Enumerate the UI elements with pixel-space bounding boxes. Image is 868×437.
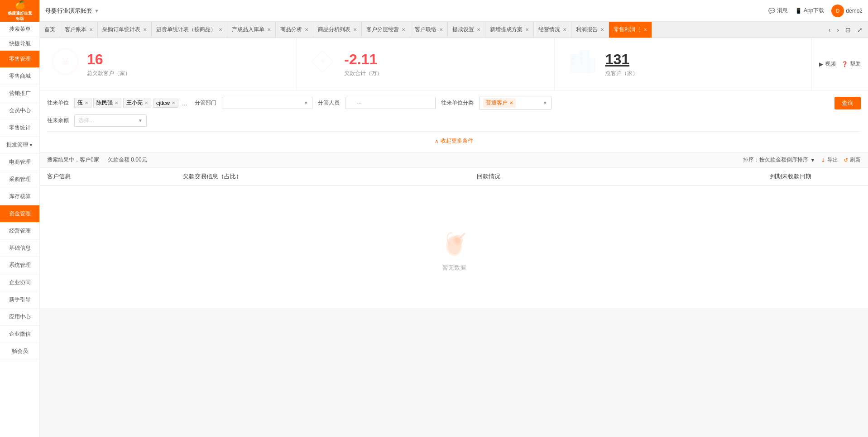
close-icon[interactable]: ✕ [643,27,647,32]
sidebar: 🍊 畅捷通好生意 标版 搜索菜单 快捷导航 零售管理 零售商城 营销推广 会员中… [0,0,40,437]
sidebar-item-basic-info[interactable]: 基础信息 [0,240,39,257]
tab-menu-icon[interactable]: ⊟ [844,25,853,34]
filter-manager-select[interactable]: ··· [345,97,436,109]
stats-help-area: ▶ 视频 ❓ 帮助 [812,38,868,90]
close-icon[interactable]: ✕ [219,27,222,32]
filter-tag-cjttcw[interactable]: cjttcw ✕ [153,99,178,108]
svg-rect-10 [581,62,583,64]
tab-new-commission[interactable]: 新增提成方案 ✕ [485,22,534,38]
sidebar-item-retail-mgmt[interactable]: 零售管理 [0,51,39,68]
svg-text:✦: ✦ [319,57,326,66]
remove-tag-icon[interactable]: ✕ [172,100,175,105]
close-icon[interactable]: ✕ [439,27,443,32]
sidebar-item-finance[interactable]: 资金管理 [0,205,39,223]
filter-tag-chen[interactable]: 陈民强 ✕ [93,98,121,108]
close-icon[interactable]: ✕ [305,27,308,32]
building-icon [566,45,598,83]
sidebar-item-system[interactable]: 系统管理 [0,257,39,274]
remove-class-tag-icon[interactable]: ✕ [509,100,513,105]
more-tags-btn[interactable]: ... [180,99,189,108]
export-icon: ⤓ [821,157,825,163]
sidebar-item-wechat[interactable]: 企业微信 [0,326,39,343]
tab-controls: ‹ › ⊟ ⤢ [823,25,868,34]
sidebar-item-newbie[interactable]: 新手引导 [0,291,39,309]
sidebar-item-search[interactable]: 搜索菜单 [0,22,39,37]
svg-text:¥: ¥ [61,55,69,69]
empty-state: 暂无数据 [40,186,868,308]
user-menu[interactable]: D demo2 [831,5,863,17]
close-icon[interactable]: ✕ [525,27,529,32]
sidebar-item-retail-stats[interactable]: 零售统计 [0,119,39,137]
tab-product-entry[interactable]: 产成品入库单 ✕ [227,22,276,38]
remove-tag-icon[interactable]: ✕ [115,100,118,105]
tab-prev-icon[interactable]: ‹ [827,25,833,34]
col-debt-info: 欠款交易信息（占比） [183,172,477,180]
tenant-name: 母婴行业演示账套 [45,7,92,15]
tab-customer-contact[interactable]: 客户联络 ✕ [410,22,448,38]
remove-tag-icon[interactable]: ✕ [144,100,148,105]
sidebar-item-retail-mall[interactable]: 零售商城 [0,68,39,85]
stat-overdue-customers: ¥ 16 总欠款客户（家） [40,38,297,90]
remove-tag-icon[interactable]: ✕ [85,100,88,105]
tab-product-analysis-list[interactable]: 商品分析列表 ✕ [313,22,362,38]
close-icon[interactable]: ✕ [402,27,405,32]
fullscreen-icon[interactable]: ⤢ [855,25,864,34]
sidebar-item-ecommerce[interactable]: 电商管理 [0,154,39,171]
tab-product-analysis[interactable]: 商品分析 ✕ [276,22,313,38]
sidebar-item-collab[interactable]: 企业协同 [0,274,39,291]
sidebar-item-wholesale[interactable]: 批发管理 ▼ [0,137,39,154]
sidebar-item-app-center[interactable]: 应用中心 [0,309,39,326]
messages-btn[interactable]: 💬 消息 [768,7,788,14]
svg-rect-5 [589,58,595,73]
svg-rect-3 [570,54,579,73]
tab-commission-settings[interactable]: 提成设置 ✕ [448,22,485,38]
filter-tag-wu[interactable]: 伍 ✕ [74,98,91,108]
filter-class-tag[interactable]: 普通客户 ✕ [483,98,516,108]
question-icon: ❓ [841,61,848,67]
yuan-icon: ¥ [51,47,80,81]
sort-select[interactable]: 排序：按欠款金额倒序排序 ▼ [743,156,815,164]
close-icon[interactable]: ✕ [600,27,604,32]
sidebar-item-inventory[interactable]: 库存核算 [0,188,39,205]
message-icon: 💬 [768,8,775,14]
tab-next-icon[interactable]: › [835,25,841,34]
filter-balance-label: 往来余额 [47,117,69,124]
tenant-selector[interactable]: 母婴行业演示账套 ▼ [45,7,99,15]
close-icon[interactable]: ✕ [89,27,93,32]
close-icon[interactable]: ✕ [477,27,480,32]
help-btn[interactable]: ❓ 帮助 [841,60,861,68]
header-right: 💬 消息 📱 App下载 D demo2 [768,5,863,17]
close-icon[interactable]: ✕ [143,27,147,32]
sidebar-item-marketing[interactable]: 营销推广 [0,85,39,102]
search-button[interactable]: 查询 [834,97,861,109]
refresh-btn[interactable]: ↺ 刷新 [844,156,861,164]
close-icon[interactable]: ✕ [267,27,271,32]
tab-retail-profit[interactable]: 零售利润（ ✕ [609,22,652,38]
empty-text: 暂无数据 [442,264,466,272]
close-icon[interactable]: ✕ [563,27,566,32]
filter-unit-class-select[interactable]: 普通客户 ✕ ▼ [479,96,551,110]
tab-purchase-order[interactable]: 采购订单统计表 ✕ [98,22,152,38]
total-debt-label: 欠款合计（万） [344,70,382,77]
app-download-btn[interactable]: 📱 App下载 [795,7,824,14]
sidebar-item-quick-nav[interactable]: 快捷导航 [0,37,39,51]
filter-tag-wang[interactable]: 王小亮 ✕ [123,98,151,108]
sidebar-item-member-center[interactable]: 会员中心 [0,102,39,119]
close-icon[interactable]: ✕ [353,27,357,32]
filter-dept-select[interactable]: ▼ [222,97,312,109]
table-header: 客户信息 欠款交易信息（占比） 回款情况 到期未收款日期 [40,168,868,186]
tab-customer-layer[interactable]: 客户分层经营 ✕ [362,22,410,38]
sidebar-item-operations[interactable]: 经营管理 [0,223,39,240]
tab-profit-report[interactable]: 利润报告 ✕ [571,22,609,38]
export-btn[interactable]: ⤓ 导出 [821,156,838,164]
tab-home[interactable]: 首页 [40,22,60,38]
filter-balance-select[interactable]: 选择... ▼ [74,114,147,127]
tab-customer-account[interactable]: 客户账本 ✕ [60,22,98,38]
collapse-filters-btn[interactable]: ∧ 收起更多条件 [47,135,861,147]
video-help-btn[interactable]: ▶ 视频 [819,60,836,68]
tab-stock-stats[interactable]: 进货单统计表（按商品） ✕ [152,22,227,38]
sidebar-item-member[interactable]: 畅会员 [0,343,39,360]
tab-business-status[interactable]: 经营情况 ✕ [534,22,571,38]
sidebar-item-purchase[interactable]: 采购管理 [0,171,39,188]
svg-rect-4 [579,50,590,73]
